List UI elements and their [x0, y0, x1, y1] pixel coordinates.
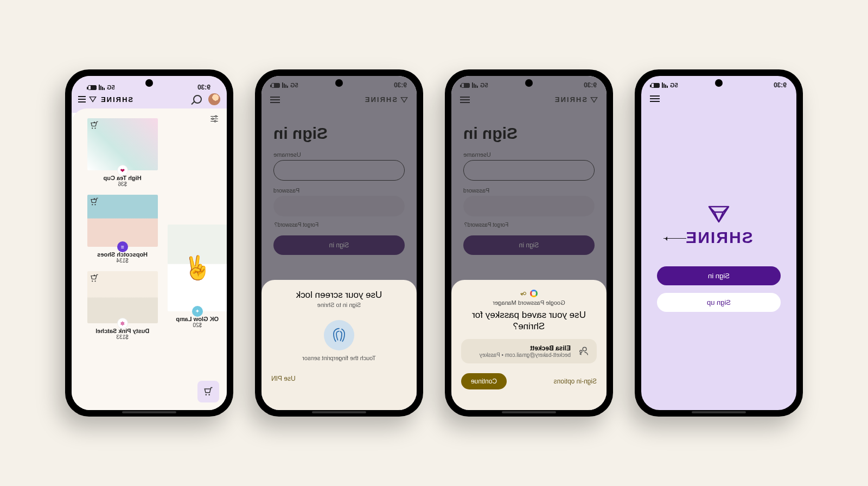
sheet-heading: Use your saved passkey for Shrine?: [461, 306, 597, 339]
svg-point-7: [92, 127, 93, 129]
svg-point-5: [214, 120, 216, 122]
svg-point-12: [208, 394, 210, 396]
phone-biometric: 9:305G SHRINE Sign in Username Password …: [255, 69, 423, 417]
use-pin-link[interactable]: Use PIN: [271, 375, 296, 382]
passkey-sheet: Google Password Manager Use your saved p…: [451, 280, 607, 410]
sheet-sub: Sign in to Shrine: [271, 302, 407, 308]
diamond-icon: [707, 204, 731, 224]
sign-in-options-link[interactable]: Sign-in options: [554, 378, 597, 385]
account-name: Elisa Beckett: [480, 344, 571, 352]
product-price: $134: [117, 258, 129, 264]
biometric-sheet: Use your screen lock Sign in to Shrine T…: [261, 280, 417, 410]
phone-products: 9:305G SHRINE: [65, 69, 233, 417]
tune-icon[interactable]: [209, 114, 219, 124]
product-price: $133: [117, 334, 129, 340]
phone-passkey: 9:30 5G SHRINE Sign in Username Passwor: [445, 69, 613, 417]
signal-icon: [662, 82, 668, 88]
product-price: $20: [193, 322, 202, 328]
fingerprint-icon[interactable]: [324, 320, 354, 350]
google-icon: [530, 290, 538, 297]
passkey-user-icon: [577, 345, 589, 357]
product-card[interactable]: ✽ Dusty Pink Satchel $133: [87, 271, 158, 340]
network-label: 5G: [670, 82, 678, 88]
product-price: $36: [118, 181, 127, 187]
fingerprint-hint: Touch the fingerprint sensor: [271, 355, 407, 361]
sign-in-button[interactable]: Sign in: [657, 266, 781, 285]
flow-arrow: [663, 238, 686, 239]
brand-title: SHRINE: [685, 228, 752, 247]
svg-point-3: [215, 116, 217, 117]
account-row[interactable]: Elisa Beckett beckett-bakery@gmail.com •…: [461, 339, 597, 363]
product-card[interactable]: ✌ ✦ OK Glow Lamp $20: [168, 225, 227, 328]
badge-icon: ✦: [192, 306, 203, 317]
phone-welcome: 9:30 5G SHRINE Sign in Sign up: [635, 69, 803, 417]
badge-icon: ≡: [117, 241, 128, 252]
svg-point-2: [580, 350, 582, 353]
account-sub: beckett-bakery@gmail.com • Passkey: [480, 352, 571, 358]
svg-point-0: [524, 292, 526, 295]
badge-icon: ❤: [117, 165, 128, 176]
menu-icon[interactable]: [78, 96, 86, 103]
key-icon: [520, 290, 527, 297]
svg-point-13: [206, 394, 207, 396]
add-to-cart-icon[interactable]: [90, 273, 99, 283]
status-time: 9:30: [774, 81, 787, 89]
cart-button[interactable]: [197, 381, 219, 402]
continue-button[interactable]: Continue: [461, 373, 507, 389]
product-card[interactable]: ≡ Hopscotch Shoes $134: [87, 195, 158, 264]
search-icon[interactable]: [193, 95, 202, 104]
svg-point-10: [94, 280, 95, 282]
svg-point-11: [92, 280, 93, 282]
lamp-illustration: ✌: [183, 254, 212, 281]
svg-point-1: [583, 347, 586, 351]
sheet-heading: Use your screen lock: [271, 290, 407, 300]
password-manager-label: Google Password Manager: [461, 299, 597, 306]
svg-point-8: [94, 204, 95, 205]
badge-icon: ✽: [117, 318, 128, 329]
brand-header: SHRINE: [78, 95, 133, 104]
product-card[interactable]: ❤ High Tea Cup $36: [87, 118, 158, 187]
battery-icon: [651, 83, 660, 88]
svg-point-4: [212, 118, 214, 120]
sign-up-button[interactable]: Sign up: [657, 293, 781, 312]
diamond-icon: [89, 96, 97, 103]
add-to-cart-icon[interactable]: [90, 197, 99, 207]
avatar[interactable]: [208, 93, 220, 105]
menu-icon[interactable]: [650, 95, 660, 102]
svg-point-9: [92, 204, 93, 205]
svg-point-6: [94, 127, 95, 129]
add-to-cart-icon[interactable]: [90, 120, 99, 130]
